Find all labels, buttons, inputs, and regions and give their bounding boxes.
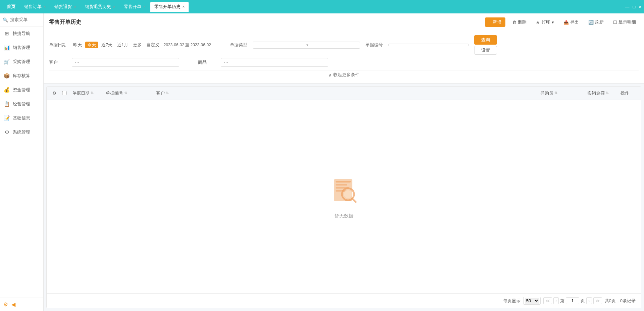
- tab-sales-return-history[interactable]: 销货退货历史 ×: [81, 2, 119, 12]
- empty-text: 暂无数据: [335, 213, 353, 219]
- next-page-button[interactable]: ›: [586, 297, 592, 304]
- checkbox-icon: ☐: [613, 20, 617, 25]
- th-guide[interactable]: 导购员 ⇅: [538, 90, 571, 96]
- th-number-sort-icon: ⇅: [124, 91, 127, 95]
- goods-input[interactable]: ···: [221, 58, 328, 67]
- refresh-button-label: 刷新: [595, 19, 604, 25]
- toolbar: + 新增 🗑 删除 🖨 打印 ▾ 📤 导出 🔄 刷新: [485, 17, 639, 31]
- ops-mgmt-icon: 📋: [3, 101, 10, 107]
- add-button[interactable]: + 新增: [485, 17, 505, 27]
- sales-mgmt-icon: 📊: [3, 45, 10, 51]
- page-title: 零售开单历史: [49, 19, 81, 30]
- tab-sales-return-history-close[interactable]: ×: [113, 5, 115, 9]
- close-button[interactable]: ×: [639, 4, 641, 9]
- table-area: ⚙ 单据日期 ⇅ 单据编号 ⇅ 客户 ⇅ 导购员 ⇅: [46, 86, 641, 308]
- page-number-input[interactable]: [566, 297, 579, 304]
- doc-number-filter-group: 单据编号: [365, 42, 469, 48]
- tab-retail-open-history-close[interactable]: ×: [183, 5, 185, 9]
- date-opt-7days[interactable]: 近7天: [100, 42, 114, 48]
- prev-page-button[interactable]: ‹: [553, 297, 559, 304]
- date-filter-group: 单据日期 昨天 今天 近7天 近1月 更多 自定义 2023-06-02 至 2…: [49, 42, 211, 48]
- per-page-dropdown[interactable]: 10 20 50 100: [525, 298, 539, 304]
- tab-retail-open-history[interactable]: 零售开单历史 ×: [150, 2, 189, 12]
- export-button[interactable]: 📤 导出: [561, 18, 582, 27]
- table-checkbox-all[interactable]: [59, 91, 69, 95]
- finance-mgmt-icon: 💰: [3, 87, 10, 93]
- last-page-button[interactable]: ≫: [593, 297, 602, 304]
- table-header: ⚙ 单据日期 ⇅ 单据编号 ⇅ 客户 ⇅ 导购员 ⇅: [47, 87, 641, 100]
- th-amount-label: 实销金额: [587, 90, 605, 96]
- page-prefix-label: 第: [560, 298, 564, 304]
- purchase-mgmt-icon: 🛒: [3, 59, 10, 65]
- doc-type-filter-group: 单据类型 ▾: [230, 42, 360, 49]
- display-detail-button[interactable]: ☐ 显示明细: [610, 18, 639, 27]
- print-button[interactable]: 🖨 打印 ▾: [533, 18, 557, 27]
- sidebar-search[interactable]: 🔍 搜索采单: [0, 13, 43, 27]
- select-all-checkbox[interactable]: [62, 91, 66, 95]
- per-page-label: 每页显示: [503, 298, 521, 304]
- date-opt-more[interactable]: 更多: [132, 42, 143, 48]
- sidebar-item-purchase-mgmt[interactable]: 🛒 采购管理: [0, 55, 43, 69]
- pagination: 每页显示 10 20 50 100 ≪ ‹ 第 页 › ≫: [47, 293, 641, 308]
- page-nav: ≪ ‹ 第 页 › ≫: [543, 297, 602, 304]
- tab-retail-open-close[interactable]: ×: [143, 5, 145, 9]
- customer-input[interactable]: ···: [72, 58, 179, 67]
- sidebar-collapse-icon[interactable]: ◀: [11, 301, 15, 308]
- date-opt-custom[interactable]: 自定义: [145, 42, 161, 48]
- sys-mgmt-icon: ⚙: [3, 129, 10, 135]
- date-opt-today[interactable]: 今天: [85, 42, 98, 48]
- customer-filter-group: 客户 ···: [49, 58, 179, 67]
- tab-retail-open-label: 零售开单: [124, 4, 141, 10]
- print-icon: 🖨: [536, 20, 540, 25]
- tab-sales-return[interactable]: 销货退货 ×: [50, 2, 80, 12]
- filter-row-1: 单据日期 昨天 今天 近7天 近1月 更多 自定义 2023-06-02 至 2…: [49, 35, 639, 55]
- per-page-select[interactable]: 10 20 50 100: [523, 297, 541, 305]
- th-amount[interactable]: 实销金额 ⇅: [571, 90, 611, 96]
- th-date[interactable]: 单据日期 ⇅: [69, 90, 103, 96]
- date-opt-yesterday[interactable]: 昨天: [72, 42, 83, 48]
- action-buttons: 查询 设置: [474, 35, 497, 55]
- sidebar-item-ops-mgmt-label: 经营管理: [13, 101, 30, 107]
- tab-sales-return-label: 销货退货: [54, 4, 72, 10]
- tab-home-label: 首页: [7, 4, 15, 10]
- sidebar-gear-icon[interactable]: ⚙: [3, 301, 8, 308]
- sidebar-item-basic-info[interactable]: 📝 基础信息: [0, 111, 43, 125]
- filter-area: 单据日期 昨天 今天 近7天 近1月 更多 自定义 2023-06-02 至 2…: [44, 31, 644, 84]
- sidebar-item-sales-mgmt[interactable]: 📊 销售管理: [0, 41, 43, 55]
- basic-info-icon: 📝: [3, 115, 10, 121]
- tab-sales-order[interactable]: 销售订单 ×: [20, 2, 50, 12]
- customer-dots-icon: ···: [75, 59, 176, 65]
- print-button-label: 打印: [542, 19, 550, 25]
- date-opt-1month[interactable]: 近1月: [116, 42, 130, 48]
- refresh-button[interactable]: 🔄 刷新: [586, 18, 606, 27]
- settings-button[interactable]: 设置: [474, 46, 497, 55]
- tab-sales-order-close[interactable]: ×: [44, 5, 46, 9]
- tab-retail-open[interactable]: 零售开单 ×: [120, 2, 149, 12]
- sidebar-item-quick-nav[interactable]: ⊞ 快捷导航: [0, 27, 43, 41]
- sidebar-item-sys-mgmt[interactable]: ⚙ 系统管理: [0, 125, 43, 139]
- query-button[interactable]: 查询: [474, 35, 497, 45]
- svg-rect-1: [336, 181, 351, 183]
- sidebar-item-purchase-mgmt-label: 采购管理: [13, 59, 30, 65]
- doc-number-input[interactable]: [388, 44, 469, 46]
- sidebar-item-finance-mgmt[interactable]: 💰 资金管理: [0, 83, 43, 97]
- sidebar-item-finance-mgmt-label: 资金管理: [13, 87, 30, 93]
- tab-sales-order-label: 销售订单: [24, 4, 42, 10]
- sidebar-item-stock-calc[interactable]: 📦 库存核算: [0, 69, 43, 83]
- table-settings-icon[interactable]: ⚙: [49, 91, 59, 96]
- tab-home[interactable]: 首页: [3, 2, 19, 12]
- top-nav-bar: 首页 销售订单 × 销货退货 × 销货退货历史 × 零售开单 × 零售开单历史 …: [0, 0, 644, 13]
- date-options: 昨天 今天 近7天 近1月 更多 自定义: [72, 42, 161, 48]
- delete-button[interactable]: 🗑 删除: [509, 18, 529, 27]
- th-number[interactable]: 单据编号 ⇅: [103, 90, 153, 96]
- tab-sales-return-close[interactable]: ×: [74, 5, 76, 9]
- sidebar-item-ops-mgmt[interactable]: 📋 经营管理: [0, 97, 43, 111]
- doc-type-label: 单据类型: [230, 42, 250, 48]
- first-page-button[interactable]: ≪: [543, 297, 552, 304]
- doc-type-select[interactable]: ▾: [253, 42, 360, 49]
- collapse-more-btn[interactable]: ∧ 收起更多条件: [49, 70, 639, 79]
- th-customer[interactable]: 客户 ⇅: [153, 90, 538, 96]
- minimize-button[interactable]: —: [625, 4, 630, 9]
- th-customer-label: 客户: [156, 90, 165, 96]
- restore-button[interactable]: □: [633, 4, 636, 9]
